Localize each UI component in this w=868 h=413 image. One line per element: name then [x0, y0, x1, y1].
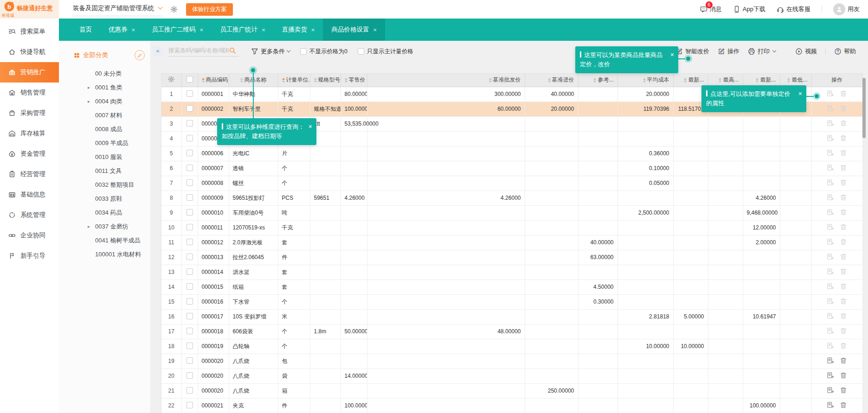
category-item-0033 原鞋[interactable]: 0033 原鞋 — [59, 192, 150, 206]
column-header-最低...[interactable]: 最低... — [780, 74, 811, 87]
user-menu[interactable]: 用友 — [833, 3, 860, 15]
category-item-0009 半成品[interactable]: 0009 半成品 — [59, 136, 150, 150]
add-price-icon[interactable] — [827, 120, 834, 128]
add-price-icon[interactable] — [827, 164, 834, 173]
row-checkbox[interactable] — [186, 402, 193, 408]
sidebar-item-销售管理[interactable]: 销售管理 — [0, 83, 59, 103]
trash-icon[interactable] — [840, 238, 847, 247]
row-checkbox[interactable] — [186, 283, 193, 290]
add-price-icon[interactable] — [827, 327, 834, 336]
column-header-最新...[interactable]: 最新... — [673, 74, 708, 87]
expand-arrow-icon[interactable]: ▸ — [88, 81, 90, 95]
column-header-最高...[interactable]: 最高... — [708, 74, 743, 87]
tab-员工推广二维码[interactable]: 员工推广二维码× — [143, 19, 212, 41]
try-industry-plan-button[interactable]: 体验行业方案 — [186, 3, 233, 16]
sidebar-item-系统管理[interactable]: 系统管理 — [0, 205, 59, 225]
column-header-规格型号[interactable]: 规格型号 — [310, 74, 341, 87]
select-all-checkbox[interactable] — [186, 76, 193, 83]
online-service-button[interactable]: 在线客服 — [777, 5, 810, 13]
sidebar-item-资金管理[interactable]: 资金管理 — [0, 144, 59, 164]
toolbar-button-智能改价[interactable]: 智能改价 — [675, 47, 709, 56]
add-price-icon[interactable] — [827, 134, 834, 143]
toolbar-button-帮助[interactable]: 帮助 — [834, 47, 856, 56]
row-checkbox[interactable] — [186, 150, 193, 156]
vertical-scrollbar[interactable] — [862, 78, 866, 138]
add-price-icon[interactable] — [827, 179, 834, 188]
add-price-icon[interactable] — [827, 268, 834, 277]
toolbar-button-操作[interactable]: 操作 — [718, 47, 739, 56]
category-item-0004 肉类[interactable]: ▸0004 肉类 — [59, 95, 150, 108]
column-header-商品编码[interactable]: 商品编码 — [198, 74, 229, 87]
toolbar-button-视频[interactable]: 视频 — [795, 47, 817, 56]
column-header-基准批发价[interactable]: 基准批发价 — [367, 74, 525, 87]
trash-icon[interactable] — [840, 283, 847, 292]
category-item-0034 药品[interactable]: 0034 药品 — [59, 206, 150, 220]
category-item-0007 材料[interactable]: 0007 材料 — [59, 108, 150, 122]
category-item-0032 整期项目[interactable]: 0032 整期项目 — [59, 178, 150, 192]
column-header-计量单位...[interactable]: 计量单位... — [278, 74, 310, 87]
row-checkbox[interactable] — [186, 194, 193, 201]
tab-优惠券[interactable]: 优惠券× — [100, 19, 143, 41]
tab-首页[interactable]: 首页 — [71, 19, 100, 41]
tab-商品价格设置[interactable]: 商品价格设置× — [323, 19, 385, 41]
sidebar-item-采购管理[interactable]: 采购管理 — [0, 103, 59, 123]
row-checkbox[interactable] — [186, 357, 193, 364]
close-icon[interactable]: × — [373, 26, 377, 33]
category-item-0010 服装[interactable]: 0010 服装 — [59, 150, 150, 164]
sidebar-item-新手引导[interactable]: 新手引导 — [0, 246, 59, 266]
close-icon[interactable]: × — [798, 89, 802, 98]
app-download-button[interactable]: App下载 — [733, 5, 765, 13]
add-price-icon[interactable] — [827, 90, 834, 99]
add-price-icon[interactable] — [827, 372, 834, 381]
toolbar-button-打印[interactable]: 打印 — [748, 47, 776, 56]
add-price-icon[interactable] — [827, 342, 834, 351]
expand-arrow-icon[interactable]: ▸ — [88, 220, 90, 234]
trash-icon[interactable] — [840, 209, 847, 217]
column-header-参考...[interactable]: 参考... — [578, 74, 617, 87]
row-checkbox[interactable] — [186, 343, 193, 349]
settings-gear-icon[interactable] — [170, 6, 178, 13]
close-icon[interactable]: × — [262, 26, 265, 33]
row-checkbox[interactable] — [186, 313, 193, 319]
add-price-icon[interactable] — [827, 253, 834, 262]
sidebar-item-经营管理[interactable]: 经营管理 — [0, 164, 59, 184]
row-checkbox[interactable] — [186, 387, 193, 394]
close-icon[interactable]: × — [670, 50, 674, 59]
trash-icon[interactable] — [840, 120, 847, 128]
trash-icon[interactable] — [840, 401, 847, 410]
trash-icon[interactable] — [840, 298, 847, 306]
column-header-check[interactable] — [181, 74, 198, 87]
trash-icon[interactable] — [840, 327, 847, 336]
category-item-0041 榆树半成品[interactable]: 0041 榆树半成品 — [59, 234, 150, 248]
sidebar-item-营销推广[interactable]: 营销推广 — [0, 62, 59, 83]
row-checkbox[interactable] — [186, 105, 193, 112]
sidebar-item-库存核算[interactable]: 库存核算 — [0, 123, 59, 144]
row-checkbox[interactable] — [186, 179, 193, 186]
trash-icon[interactable] — [840, 253, 847, 262]
category-item-0001 鱼类[interactable]: ▸0001 鱼类 — [59, 81, 150, 95]
trash-icon[interactable] — [840, 149, 847, 158]
tab-员工推广统计[interactable]: 员工推广统计× — [212, 19, 274, 41]
sidebar-item-搜索菜单[interactable]: 搜索菜单 — [0, 21, 59, 42]
close-icon[interactable]: × — [132, 26, 135, 33]
trash-icon[interactable] — [840, 90, 847, 99]
system-select[interactable]: 装备及固定资产辅助管理系统 — [72, 3, 163, 16]
row-checkbox[interactable] — [186, 268, 193, 275]
search-icon[interactable] — [229, 47, 236, 54]
add-price-icon[interactable] — [827, 149, 834, 158]
sidebar-item-基础信息[interactable]: 基础信息 — [0, 184, 59, 205]
add-price-icon[interactable] — [827, 312, 834, 321]
collapse-panel-button[interactable]: « — [153, 46, 163, 57]
edit-category-button[interactable] — [135, 50, 145, 60]
column-header-平均成本[interactable]: 平均成本 — [617, 74, 673, 87]
search-input[interactable] — [168, 47, 229, 54]
row-checkbox[interactable] — [186, 298, 193, 305]
trash-icon[interactable] — [840, 312, 847, 321]
row-checkbox[interactable] — [186, 224, 193, 230]
trash-icon[interactable] — [840, 134, 847, 143]
more-filters-button[interactable]: 更多条件 — [251, 47, 290, 56]
trash-icon[interactable] — [840, 342, 847, 351]
column-header-rownum[interactable] — [161, 74, 181, 87]
column-header-零售价[interactable]: 零售价 — [341, 74, 367, 87]
category-all[interactable]: 全部分类 — [59, 41, 150, 67]
